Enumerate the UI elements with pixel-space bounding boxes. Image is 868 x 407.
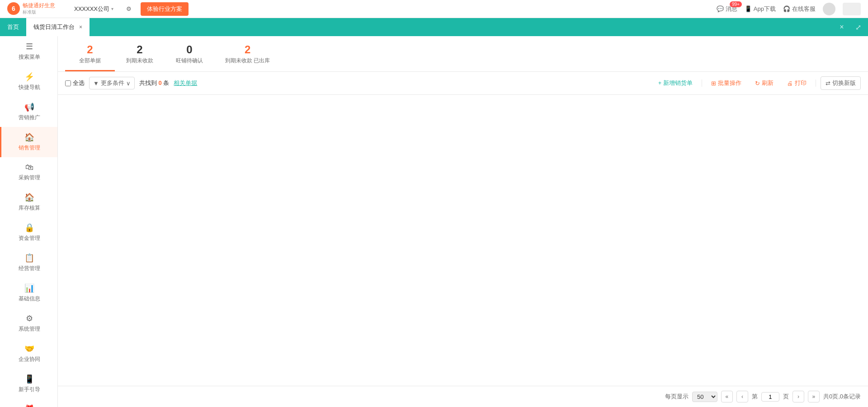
- filter-chevron-icon: ∨: [126, 80, 131, 87]
- stat-label-all: 全部单据: [79, 57, 101, 65]
- sidebar-label-inventory: 库存核算: [19, 204, 40, 212]
- tab-expand-button[interactable]: ⤢: [852, 21, 864, 33]
- company-selector[interactable]: XXXXXX公司 ▾: [71, 3, 117, 15]
- sidebar-item-marketing[interactable]: 📢 营销推广: [0, 97, 57, 127]
- stat-count-overdue-unpaid: 2: [137, 43, 142, 56]
- stat-tab-overdue-unpaid[interactable]: 2 到期未收款: [115, 40, 165, 71]
- total-text: 共0页,0条记录: [823, 393, 861, 401]
- refresh-icon: ↻: [755, 80, 760, 87]
- sidebar-label-search-menu: 搜索菜单: [19, 53, 40, 61]
- online-service-label: 在线客服: [792, 5, 816, 13]
- print-button[interactable]: 🖨 打印: [783, 77, 811, 89]
- sidebar-label-operations: 经营管理: [19, 265, 40, 272]
- sidebar-label-finance: 资金管理: [19, 234, 40, 242]
- filter-button[interactable]: ▼ 更多条件 ∨: [89, 77, 135, 89]
- sidebar-item-search-menu[interactable]: ☰ 搜索菜单: [0, 36, 57, 66]
- toolbar: 全选 ▼ 更多条件 ∨ 共找到 0 条 相关单据 + 新增销货单 ⊞: [58, 72, 868, 95]
- pagination: 每页显示 20 50 100 « ‹ 第 页 › » 共0页,0条记录: [58, 386, 868, 407]
- stat-tab-wang-confirm[interactable]: 0 旺铺待确认: [165, 40, 214, 71]
- settings-button[interactable]: ⚙: [123, 3, 135, 15]
- next-page-button[interactable]: ›: [793, 391, 804, 402]
- system-icon: ⚙: [26, 313, 33, 323]
- online-service-button[interactable]: 🎧 在线客服: [783, 5, 816, 13]
- found-unit: 条: [163, 80, 169, 86]
- stat-tab-overdue-unshipped[interactable]: 2 到期未收款 已出库: [214, 40, 281, 71]
- sidebar-item-sales[interactable]: 🏠 销售管理: [0, 127, 57, 157]
- logo-sub: 标准版: [23, 9, 55, 15]
- sidebar-label-cooperation: 企业协同: [19, 356, 40, 363]
- sidebar-item-quick-nav[interactable]: ⚡ 快捷导航: [0, 66, 57, 97]
- top-bar-left: 6 畅捷通好生意 标准版 XXXXXX公司 ▾ ⚙ 体验行业方案: [7, 2, 189, 16]
- marketing-icon: 📢: [24, 102, 34, 112]
- trial-button[interactable]: 体验行业方案: [141, 2, 189, 16]
- download-icon: 📱: [745, 5, 752, 12]
- message-button[interactable]: 💬 消息 99+: [717, 5, 737, 13]
- page-size-select[interactable]: 20 50 100: [692, 392, 717, 402]
- select-all-input[interactable]: [65, 80, 71, 86]
- app-download-button[interactable]: 📱 App下载: [745, 5, 776, 13]
- stat-label-wang-confirm: 旺铺待确认: [176, 57, 203, 65]
- refresh-button[interactable]: ↻ 刷新: [750, 77, 778, 89]
- sidebar-item-operations[interactable]: 📋 经营管理: [0, 248, 57, 278]
- switch-icon: ⇄: [826, 80, 830, 87]
- sidebar-label-sales: 销售管理: [19, 144, 40, 152]
- stat-count-all: 2: [87, 43, 93, 56]
- tab-active-label: 钱货日清工作台: [33, 23, 75, 31]
- page-input[interactable]: [761, 392, 779, 402]
- print-icon: 🖨: [787, 80, 793, 87]
- service-icon: 🎧: [783, 5, 790, 12]
- guide-icon: 📱: [24, 374, 34, 384]
- select-all-checkbox[interactable]: 全选: [65, 79, 85, 87]
- tab-active[interactable]: 钱货日清工作台 ×: [26, 18, 90, 36]
- last-page-button[interactable]: »: [808, 391, 820, 402]
- sidebar-item-basic-info[interactable]: 📊 基础信息: [0, 278, 57, 308]
- found-text: 共找到 0 条: [139, 79, 169, 87]
- avatar[interactable]: [823, 3, 835, 15]
- tab-home[interactable]: 首页: [0, 18, 26, 36]
- prev-page-button[interactable]: ‹: [736, 391, 748, 402]
- stats-tabs: 2 全部单据 2 到期未收款 0 旺铺待确认 2 到期未收款 已出库: [58, 36, 868, 72]
- stat-count-wang-confirm: 0: [186, 43, 192, 56]
- top-bar-right: 💬 消息 99+ 📱 App下载 🎧 在线客服: [717, 3, 861, 15]
- message-badge: 99+: [730, 1, 742, 7]
- basic-info-icon: 📊: [24, 283, 34, 293]
- company-name: XXXXXX公司: [74, 5, 109, 13]
- sidebar-item-inventory[interactable]: 🏠 库存核算: [0, 187, 57, 217]
- logo-icon: 6: [7, 2, 20, 15]
- operations-icon: 📋: [24, 253, 34, 263]
- sidebar-label-system: 系统管理: [19, 325, 40, 333]
- search-menu-icon: ☰: [26, 42, 33, 51]
- page-label: 第: [752, 393, 758, 401]
- sidebar-item-app-center[interactable]: 🎁 应用中心: [0, 399, 57, 407]
- add-button[interactable]: + 新增销货单: [654, 77, 697, 89]
- page-unit: 页: [783, 393, 789, 401]
- toolbar-left: 全选 ▼ 更多条件 ∨ 共找到 0 条 相关单据: [65, 77, 648, 89]
- tab-close-icon[interactable]: ×: [79, 24, 82, 30]
- app-center-icon: 🎁: [24, 404, 34, 407]
- batch-button[interactable]: ⊞ 批量操作: [707, 77, 746, 89]
- found-prefix: 共找到: [139, 80, 157, 86]
- sidebar-label-basic-info: 基础信息: [19, 295, 40, 303]
- select-all-label: 全选: [73, 79, 85, 87]
- sidebar-label-marketing: 营销推广: [19, 114, 40, 122]
- table-area: [58, 95, 868, 386]
- sidebar-item-purchase[interactable]: 🛍 采购管理: [0, 157, 57, 187]
- sidebar-item-finance[interactable]: 🔒 资金管理: [0, 217, 57, 248]
- related-link[interactable]: 相关单据: [174, 79, 197, 87]
- toolbar-right: + 新增销货单 ⊞ 批量操作 ↻ 刷新 🖨 打印 ⇄ 切换新版: [654, 76, 861, 90]
- sidebar-item-guide[interactable]: 📱 新手引导: [0, 369, 57, 399]
- first-page-button[interactable]: «: [721, 391, 733, 402]
- stat-tab-all[interactable]: 2 全部单据: [65, 40, 115, 71]
- print-label: 打印: [795, 79, 807, 87]
- new-version-button[interactable]: ⇄ 切换新版: [821, 76, 861, 90]
- tab-minimize-button[interactable]: ×: [835, 21, 848, 33]
- sidebar-item-system[interactable]: ⚙ 系统管理: [0, 308, 57, 338]
- sidebar-label-guide: 新手引导: [19, 386, 40, 393]
- tab-bar-actions: × ⤢: [835, 21, 868, 33]
- app-download-label: App下载: [754, 5, 776, 13]
- sidebar-item-cooperation[interactable]: 🤝 企业协同: [0, 338, 57, 369]
- logo-area: 6 畅捷通好生意 标准版: [7, 2, 65, 15]
- sidebar-label-purchase: 采购管理: [19, 174, 40, 182]
- stat-label-overdue-unshipped: 到期未收款 已出库: [225, 57, 270, 65]
- refresh-label: 刷新: [762, 79, 774, 87]
